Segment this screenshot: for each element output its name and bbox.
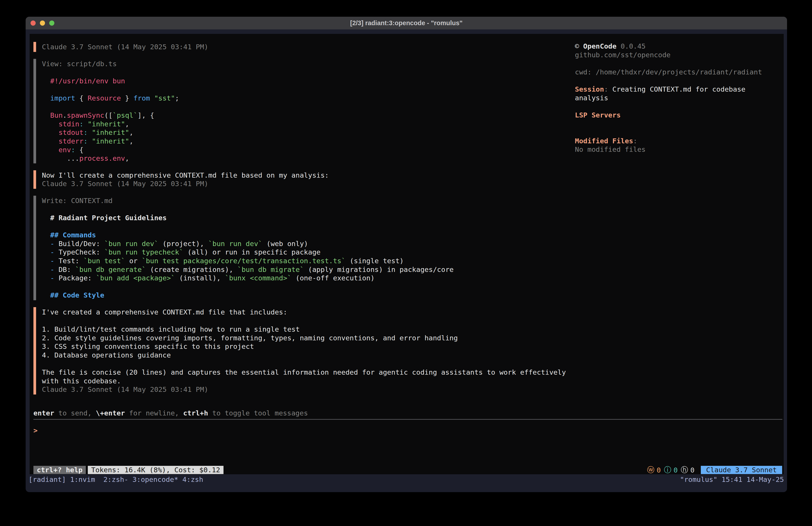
text-line <box>575 119 784 128</box>
text-line: with this codebase. <box>42 377 566 385</box>
message-summary-block: I've created a comprehensive CONTEXT.md … <box>33 307 566 395</box>
info-counter-icon: ⓘ <box>664 465 671 475</box>
counter-value: 0 <box>673 466 678 474</box>
text-line: The file is concise (20 lines) and captu… <box>42 368 566 377</box>
text-line: 2. Code style guidelines covering import… <box>42 333 566 342</box>
tmux-clock: "romulus" 15:41 14-May-25 <box>680 475 784 484</box>
text-line: enter to send, \+enter for newline, ctrl… <box>33 409 308 417</box>
tmux-separator <box>178 475 183 483</box>
model-badge[interactable]: Claude 3.7 Sonnet <box>701 466 782 474</box>
info-counter-icon: ⓘ0 <box>664 465 678 475</box>
text-line <box>42 282 566 291</box>
text-line: #!/usr/bin/env bun <box>42 77 566 85</box>
tmux-window-tab[interactable]: 4:zsh <box>183 475 203 483</box>
text-line: stderr: "inherit", <box>42 137 566 145</box>
window-titlebar: [2/3] radiant:3:opencode - "romulus" <box>26 17 787 29</box>
text-line: - Test: `bun test` or `bun test packages… <box>42 257 566 265</box>
text-line: cwd: /home/thdxr/dev/projects/radiant/ra… <box>575 68 784 76</box>
counter-value: 0 <box>657 466 661 474</box>
chat-log: Claude 3.7 Sonnet (14 May 2025 03:41 PM)… <box>33 42 566 395</box>
text-line <box>42 85 566 94</box>
text-line: Session: Creating CONTEXT.md for codebas… <box>575 85 784 94</box>
text-line: ...process.env, <box>42 154 566 163</box>
text-line <box>575 76 784 85</box>
text-line: 1. Build/lint/test commands including ho… <box>42 325 566 333</box>
session-sidebar: © OpenCode 0.0.45github.com/sst/opencode… <box>575 42 784 154</box>
keybind-hint: enter to send, \+enter for newline, ctrl… <box>33 409 308 417</box>
text-line: analysis <box>575 94 784 102</box>
status-bar: ctrl+? help Tokens: 16.4K (8%), Cost: $0… <box>33 466 782 474</box>
text-line: 4. Database operations guidance <box>42 351 566 359</box>
text-line <box>42 68 566 77</box>
tool-write-block: Write: CONTEXT.md # Radiant Project Guid… <box>33 196 566 300</box>
text-line: stdin: "inherit", <box>42 120 566 128</box>
text-line: Claude 3.7 Sonnet (14 May 2025 03:41 PM) <box>42 385 566 394</box>
tmux-window-list: [radiant] 1:nvim 2:zsh- 3:opencode* 4:zs… <box>29 475 203 484</box>
tmux-separator <box>128 475 133 483</box>
warning-counter-icon: ⓦ0 <box>647 465 661 475</box>
text-line: - DB: `bun db generate` (create migratio… <box>42 265 566 274</box>
text-line <box>42 316 566 325</box>
text-line: github.com/sst/opencode <box>575 51 784 59</box>
text-line <box>42 359 566 368</box>
text-line: ## Commands <box>42 231 566 239</box>
prompt-symbol: > <box>33 426 38 435</box>
tmux-status-bar: [radiant] 1:nvim 2:zsh- 3:opencode* 4:zs… <box>26 475 787 484</box>
window-title: [2/3] radiant:3:opencode - "romulus" <box>26 17 787 29</box>
text-line: Claude 3.7 Sonnet (14 May 2025 03:41 PM) <box>42 43 566 51</box>
hint-counter-icon: ⓗ0 <box>681 465 695 475</box>
text-line: No modified files <box>575 145 784 154</box>
text-line: Now I'll create a comprehensive CONTEXT.… <box>42 171 566 180</box>
text-line: ## Code Style <box>42 291 566 300</box>
text-line: - Package: `bun add <package>` (install)… <box>42 274 566 282</box>
text-line: - TypeCheck: `bun run typecheck` (all) o… <box>42 248 566 257</box>
tokens-cost-chip: Tokens: 16.4K (8%), Cost: $0.12 <box>88 466 223 474</box>
message-block: Now I'll create a comprehensive CONTEXT.… <box>33 170 566 189</box>
tmux-window-tab[interactable]: 3:opencode* <box>133 475 178 483</box>
terminal-window: [2/3] radiant:3:opencode - "romulus" Cla… <box>26 17 787 492</box>
text-line <box>575 102 784 111</box>
text-line: Write: CONTEXT.md <box>42 196 566 205</box>
text-line: - Build/Dev: `bun run dev` (project), `b… <box>42 239 566 248</box>
warning-counter-icon: ⓦ <box>647 465 654 475</box>
text-line <box>575 128 784 137</box>
hint-counter-icon: ⓗ <box>681 465 688 475</box>
text-line: 3. CSS styling conventions specific to t… <box>42 342 566 351</box>
text-line: import { Resource } from "sst"; <box>42 94 566 102</box>
text-line: LSP Servers <box>575 111 784 119</box>
text-line: Bun.spawnSync([`psql`], { <box>42 111 566 120</box>
help-keybind-chip: ctrl+? help <box>33 466 86 474</box>
text-line: env: { <box>42 145 566 154</box>
text-line <box>42 222 566 231</box>
opencode-app: Claude 3.7 Sonnet (14 May 2025 03:41 PM)… <box>30 34 784 474</box>
counter-value: 0 <box>690 466 695 474</box>
tool-view-block: View: script/db.ts #!/usr/bin/env bun im… <box>33 59 566 164</box>
diagnostic-counters: ⓦ0ⓘ0ⓗ0 <box>647 465 695 475</box>
tmux-window-tab[interactable]: 2:zsh- <box>103 475 128 483</box>
text-line: Claude 3.7 Sonnet (14 May 2025 03:41 PM) <box>42 180 566 188</box>
message-header-block: Claude 3.7 Sonnet (14 May 2025 03:41 PM) <box>33 42 566 52</box>
text-line <box>42 102 566 111</box>
text-line: © OpenCode 0.0.45 <box>575 42 784 51</box>
text-line <box>42 205 566 214</box>
text-line: # Radiant Project Guidelines <box>42 214 566 222</box>
input-divider <box>33 419 782 420</box>
prompt-input[interactable]: > <box>33 426 769 435</box>
text-line: Modified Files: <box>575 137 784 145</box>
tmux-session-name: [radiant] <box>29 475 70 483</box>
text-line <box>575 59 784 68</box>
text-line: I've created a comprehensive CONTEXT.md … <box>42 308 566 316</box>
text-line: stdout: "inherit", <box>42 128 566 137</box>
text-line: View: script/db.ts <box>42 59 566 68</box>
tmux-window-tab[interactable]: 1:nvim <box>70 475 95 483</box>
tmux-separator <box>95 475 103 483</box>
